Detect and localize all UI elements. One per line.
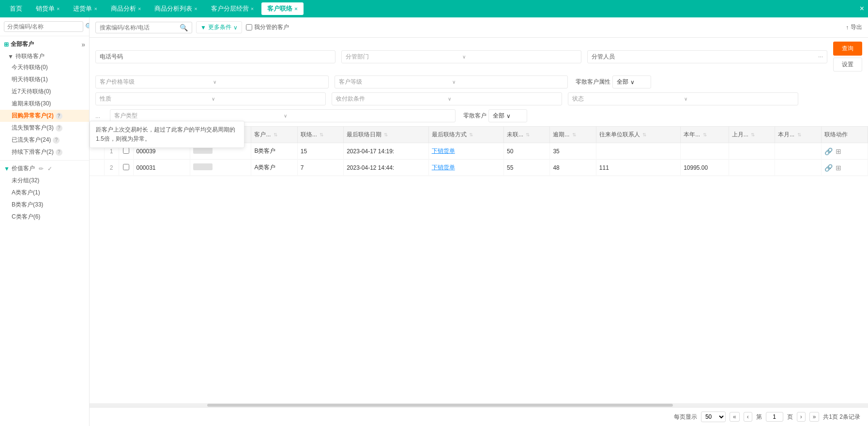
sidebar-item-a-class[interactable]: A类客户(1) (0, 187, 89, 199)
col-overdue-sort-icon[interactable]: ⇅ (572, 132, 576, 137)
col-uncontacted[interactable]: 未联... ⇅ (504, 127, 550, 143)
export-icon: ↑ (846, 24, 849, 31)
col-last-month[interactable]: 上月... ⇅ (729, 127, 775, 143)
nav-home[interactable]: 首页 (4, 2, 28, 15)
declining-question-icon[interactable]: ? (56, 149, 62, 156)
tooltip-box: 距客户上次交易时长，超过了此客户的平均交易周期的1.5倍，则视为异常。 (90, 121, 244, 148)
gender-select[interactable]: 性质 ∨ (95, 92, 326, 105)
col-this-year[interactable]: 本年... ⇅ (681, 127, 729, 143)
sidebar-item-lost[interactable]: 已流失客户(24) ? (0, 134, 89, 146)
row-checkbox-1[interactable] (123, 164, 129, 170)
last-page-button[interactable]: » (809, 412, 820, 422)
col-this-month[interactable]: 本月... ⇅ (775, 127, 821, 143)
settings-button[interactable]: 设置 (833, 58, 862, 72)
col-overdue[interactable]: 逾期... ⇅ (550, 127, 596, 143)
col-type-sort-icon[interactable]: ⇅ (274, 132, 277, 137)
row-checkbox-0[interactable] (123, 147, 129, 154)
col-method-sort-icon[interactable]: ⇅ (469, 132, 473, 137)
sidebar-item-c-class[interactable]: C类客户(6) (0, 211, 89, 223)
sidebar-item-b-class[interactable]: B类客户(33) (0, 199, 89, 211)
first-page-button[interactable]: « (730, 412, 740, 422)
nav-sales-close[interactable]: × (57, 6, 60, 12)
nav-analysis-list[interactable]: 商品分析列表 × (149, 2, 203, 15)
sidebar-item-7days[interactable]: 近7天待联络(0) (0, 86, 89, 98)
col-year-sort-icon[interactable]: ⇅ (703, 132, 707, 137)
nav-purchase[interactable]: 进货单 × (67, 2, 103, 15)
sidebar-item-today[interactable]: 今天待联络(0) (0, 61, 89, 73)
col-last-contact-date[interactable]: 最后联络日期 ⇅ (344, 127, 429, 143)
lost-question-icon[interactable]: ? (53, 137, 60, 144)
row-settings-cell (90, 160, 104, 176)
action-link-icon[interactable]: 🔗 (824, 164, 833, 172)
phone-input[interactable] (125, 53, 331, 60)
col-this-month-sort-icon[interactable]: ⇅ (797, 132, 801, 137)
row-uncontacted-cell: 55 (504, 160, 550, 176)
nav-purchase-close[interactable]: × (94, 6, 97, 12)
last-method-link[interactable]: 下销货单 (432, 164, 455, 171)
abnormal-question-icon[interactable]: ? (56, 113, 62, 119)
more-fields-btn[interactable]: ... (95, 113, 100, 119)
sidebar-item-lost-warn[interactable]: 流失预警客户(3) ? (0, 122, 89, 134)
nav-customer-mgr-close[interactable]: × (251, 6, 254, 12)
page-size-select[interactable]: 50 20 100 (701, 411, 726, 422)
sidebar-collapse-btn[interactable]: » (81, 41, 85, 48)
search-icon[interactable]: 🔍 (180, 24, 188, 31)
nav-customer-mgr[interactable]: 客户分层经营 × (205, 2, 259, 15)
price-grade-select[interactable]: 客户价格等级 ∨ (95, 75, 329, 88)
lost-warn-question-icon[interactable]: ? (56, 125, 62, 132)
sidebar-item-ungroup[interactable]: 未分组(32) (0, 175, 89, 187)
nav-analysis-list-close[interactable]: × (194, 6, 197, 12)
col-type[interactable]: 客户... ⇅ (251, 127, 297, 143)
edit-icon[interactable]: ✏ (39, 165, 44, 172)
page-number-input[interactable] (766, 412, 783, 422)
col-last-month-sort-icon[interactable]: ⇅ (751, 132, 755, 137)
more-filter-button[interactable]: ▼ 更多条件 ∨ (196, 21, 242, 33)
prev-page-button[interactable]: ‹ (744, 412, 752, 422)
nav-customer-contact[interactable]: 客户联络 × (261, 2, 303, 15)
search-input[interactable] (100, 24, 177, 31)
row-unit-contacts-cell (596, 143, 680, 160)
nav-sales[interactable]: 销货单 × (30, 2, 65, 15)
col-contact-sort-icon[interactable]: ⇅ (320, 132, 323, 137)
export-button[interactable]: ↑ 导出 (846, 23, 862, 31)
staff-more-icon[interactable]: ··· (818, 53, 823, 60)
nav-customer-contact-close[interactable]: × (294, 6, 297, 12)
sidebar-item-overdue[interactable]: 逾期未联络(30) (0, 98, 89, 110)
status-select[interactable]: 状态 ∨ (568, 92, 798, 105)
sidebar-search-input[interactable] (4, 21, 83, 32)
toolbar: 🔍 ▼ 更多条件 ∨ 我分管的客户 ↑ 导出 (90, 17, 868, 38)
horizontal-scrollbar[interactable] (90, 403, 868, 407)
staff-input[interactable] (617, 53, 816, 60)
col-contact[interactable]: 联络... ⇅ (297, 127, 343, 143)
retail-customer-select[interactable]: 全部 ∨ (488, 109, 527, 122)
action-grid-icon[interactable]: ⊞ (836, 147, 841, 155)
action-grid-icon[interactable]: ⊞ (836, 164, 841, 172)
col-unit-contacts[interactable]: 往来单位联系人 ⇅ (596, 127, 680, 143)
customer-type-select[interactable]: 客户类型 ∨ (110, 109, 456, 122)
query-button[interactable]: 查询 (833, 42, 862, 56)
dept-select[interactable]: 分管部门 ∨ (341, 50, 581, 63)
col-last-contact-method[interactable]: 最后联络方式 ⇅ (428, 127, 503, 143)
pay-condition-select[interactable]: 收付款条件 ∨ (332, 92, 562, 105)
sidebar-item-declining[interactable]: 持续下滑客户(2) ? (0, 146, 89, 158)
col-unit-sort-icon[interactable]: ⇅ (642, 132, 646, 137)
page-size-label: 每页显示 (674, 413, 697, 421)
col-uncontacted-sort-icon[interactable]: ⇅ (526, 132, 530, 137)
row-action-cell: 🔗 ⊞ (821, 160, 868, 176)
next-page-button[interactable]: › (797, 412, 806, 422)
sidebar-item-abnormal[interactable]: 回购异常客户(2) ? (0, 110, 89, 122)
my-customer-checkbox[interactable] (246, 24, 252, 30)
customer-grade-select[interactable]: 客户等级 ∨ (335, 75, 568, 88)
sidebar-search-icon[interactable]: 🔍 (85, 23, 90, 30)
pending-group-label[interactable]: ▼ 待联络客户 (0, 50, 89, 61)
scroll-thumb[interactable] (207, 404, 673, 407)
close-all-tabs[interactable]: × (860, 4, 864, 13)
check-icon[interactable]: ✓ (47, 165, 52, 172)
nav-analysis-close[interactable]: × (138, 6, 141, 12)
last-method-link[interactable]: 下销货单 (432, 147, 455, 154)
col-date-sort-icon[interactable]: ⇅ (384, 132, 388, 137)
retail-attr-select[interactable]: 全部 ∨ (612, 75, 651, 88)
nav-analysis[interactable]: 商品分析 × (105, 2, 147, 15)
sidebar-item-tomorrow[interactable]: 明天待联络(1) (0, 73, 89, 86)
action-link-icon[interactable]: 🔗 (824, 147, 833, 155)
